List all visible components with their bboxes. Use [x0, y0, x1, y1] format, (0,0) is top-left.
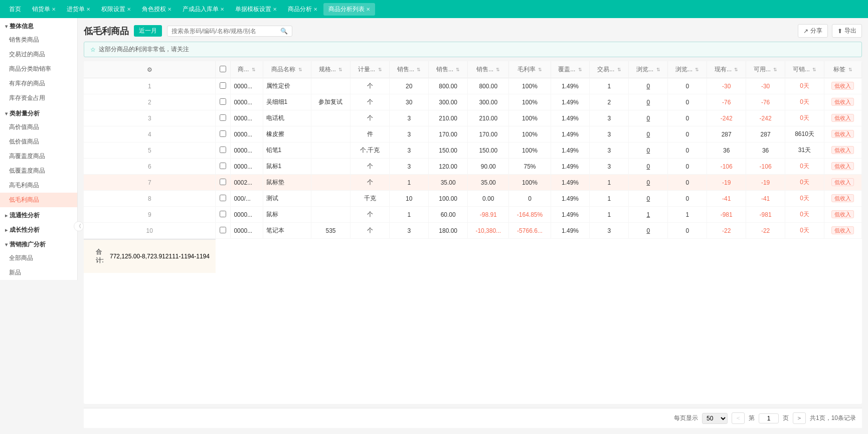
- row-checkbox-2[interactable]: [216, 110, 231, 126]
- row-checkbox-1[interactable]: [216, 94, 231, 110]
- row-checkbox-7[interactable]: [216, 191, 231, 207]
- nav-product-analysis-list[interactable]: 商品分析列表 ✕: [323, 3, 375, 16]
- row-name-5[interactable]: 鼠标1: [263, 159, 311, 175]
- per-page-select[interactable]: 50 100 200: [702, 413, 728, 424]
- row-checkbox-5[interactable]: [216, 159, 231, 175]
- col-browse2[interactable]: 浏览... ⇅: [668, 61, 707, 78]
- col-available[interactable]: 可用... ⇅: [746, 61, 785, 78]
- nav-close-template[interactable]: ✕: [273, 7, 277, 12]
- nav-template[interactable]: 单据模板设置 ✕: [230, 3, 282, 16]
- col-name[interactable]: 商品名称 ⇅: [263, 61, 311, 78]
- sidebar-item-all-goods[interactable]: 全部商品: [0, 251, 77, 265]
- row-check-3[interactable]: [220, 130, 226, 137]
- col-tag[interactable]: 标签 ⇅: [824, 61, 861, 78]
- row-checkbox-8[interactable]: [216, 207, 231, 223]
- prev-page-btn[interactable]: ＜: [732, 412, 745, 424]
- row-check-7[interactable]: [220, 195, 226, 201]
- col-coverage[interactable]: 覆盖... ⇅: [551, 61, 590, 78]
- row-name-6[interactable]: 鼠标垫: [263, 175, 311, 191]
- row-name-1[interactable]: 吴细细1: [263, 94, 311, 110]
- col-saleable[interactable]: 可销... ⇅: [785, 61, 824, 78]
- row-check-4[interactable]: [220, 147, 226, 153]
- sidebar-item-high-value[interactable]: 高价值商品: [0, 120, 77, 134]
- row-check-9[interactable]: [220, 227, 226, 233]
- row-name-4[interactable]: 铅笔1: [263, 142, 311, 159]
- col-trade[interactable]: 交易... ⇅: [590, 61, 629, 78]
- sidebar-group-overall[interactable]: ▾ 整体信息: [0, 18, 77, 33]
- row-checkbox-9[interactable]: [216, 223, 231, 239]
- row-browse1-1[interactable]: 0: [629, 94, 668, 110]
- nav-close-permissions[interactable]: ✕: [127, 7, 131, 12]
- row-browse1-8[interactable]: 1: [629, 207, 668, 223]
- sidebar-collapse-btn[interactable]: 《: [74, 221, 84, 231]
- row-check-1[interactable]: [220, 98, 226, 105]
- sidebar-item-category-sales-rate[interactable]: 商品分类助销率: [0, 62, 77, 76]
- col-unit[interactable]: 计量... ⇅: [351, 61, 390, 78]
- col-code[interactable]: 商... ⇅: [231, 61, 263, 78]
- sidebar-item-high-margin[interactable]: 高毛利商品: [0, 178, 77, 193]
- row-check-2[interactable]: [220, 114, 226, 121]
- row-browse1-4[interactable]: 0: [629, 142, 668, 159]
- col-gross-margin[interactable]: 毛利率 ⇅: [509, 61, 551, 78]
- row-checkbox-4[interactable]: [216, 142, 231, 159]
- nav-close-sales[interactable]: ✕: [52, 7, 56, 12]
- row-name-9[interactable]: 笔记本: [263, 223, 311, 239]
- row-browse1-5[interactable]: 0: [629, 159, 668, 175]
- row-browse1-0[interactable]: 0: [629, 78, 668, 94]
- search-input[interactable]: [171, 28, 280, 35]
- row-checkbox-0[interactable]: [216, 78, 231, 94]
- nav-close-product-analysis[interactable]: ✕: [313, 7, 317, 12]
- nav-close-purchase[interactable]: ✕: [86, 7, 90, 12]
- row-name-3[interactable]: 橡皮擦: [263, 126, 311, 142]
- row-name-8[interactable]: 鼠标: [263, 207, 311, 223]
- row-name-7[interactable]: 测试: [263, 191, 311, 207]
- row-browse1-3[interactable]: 0: [629, 126, 668, 142]
- share-btn[interactable]: ↗ 分享: [798, 24, 828, 38]
- row-browse1-6[interactable]: 0: [629, 175, 668, 191]
- col-spec[interactable]: 规格... ⇅: [311, 61, 351, 78]
- nav-product-analysis[interactable]: 商品分析 ✕: [283, 3, 322, 16]
- sidebar-group-growth[interactable]: ▸ 成长性分析: [0, 222, 77, 236]
- nav-close-product-analysis-list[interactable]: ✕: [366, 7, 370, 12]
- row-check-5[interactable]: [220, 163, 226, 169]
- row-name-0[interactable]: 属性定价: [263, 78, 311, 94]
- col-browse1[interactable]: 浏览... ⇅: [629, 61, 668, 78]
- sidebar-item-new-goods[interactable]: 新品: [0, 265, 77, 280]
- sidebar-item-low-margin[interactable]: 低毛利商品: [0, 193, 77, 207]
- row-check-0[interactable]: [220, 82, 226, 89]
- col-sale-price[interactable]: 销售... ⇅: [429, 61, 468, 78]
- sidebar-item-in-stock[interactable]: 有库存的商品: [0, 76, 77, 91]
- sidebar-item-low-value[interactable]: 低价值商品: [0, 134, 77, 149]
- nav-permissions[interactable]: 权限设置 ✕: [96, 3, 136, 16]
- sidebar-item-stock-capital[interactable]: 库存资金占用: [0, 91, 77, 105]
- nav-roles[interactable]: 角色授权 ✕: [137, 3, 177, 16]
- nav-home[interactable]: 首页: [4, 3, 26, 16]
- row-browse1-9[interactable]: 0: [629, 223, 668, 239]
- col-current[interactable]: 现有... ⇅: [707, 61, 746, 78]
- row-checkbox-6[interactable]: [216, 175, 231, 191]
- date-filter-btn[interactable]: 近一月: [134, 25, 162, 37]
- row-browse1-7[interactable]: 0: [629, 191, 668, 207]
- col-settings[interactable]: ⚙: [84, 61, 216, 78]
- sidebar-item-sales-goods[interactable]: 销售类商品: [0, 33, 77, 47]
- search-icon[interactable]: 🔍: [280, 28, 288, 35]
- sidebar-group-analysis[interactable]: ▾ 类射量分析: [0, 105, 77, 120]
- col-sale-amount[interactable]: 销售... ⇅: [468, 61, 509, 78]
- sidebar-item-high-coverage[interactable]: 高覆盖度商品: [0, 149, 77, 164]
- row-name-2[interactable]: 电话机: [263, 110, 311, 126]
- nav-close-product-warehouse[interactable]: ✕: [220, 7, 224, 12]
- row-check-8[interactable]: [220, 211, 226, 217]
- row-checkbox-3[interactable]: [216, 126, 231, 142]
- nav-sales[interactable]: 销货单 ✕: [27, 3, 61, 16]
- nav-purchase[interactable]: 进货单 ✕: [62, 3, 95, 16]
- row-check-6[interactable]: [220, 179, 226, 185]
- nav-close-roles[interactable]: ✕: [167, 7, 171, 12]
- sidebar-item-traded-goods[interactable]: 交易过的商品: [0, 47, 77, 62]
- sidebar-group-circulation[interactable]: ▸ 流通性分析: [0, 207, 77, 222]
- col-checkbox[interactable]: [216, 61, 231, 78]
- nav-product-warehouse[interactable]: 产成品入库单 ✕: [178, 3, 229, 16]
- sidebar-item-low-coverage[interactable]: 低覆盖度商品: [0, 164, 77, 178]
- col-sale-qty[interactable]: 销售... ⇅: [390, 61, 429, 78]
- next-page-btn[interactable]: ＞: [793, 412, 806, 424]
- export-btn[interactable]: ⬆ 导出: [832, 24, 862, 38]
